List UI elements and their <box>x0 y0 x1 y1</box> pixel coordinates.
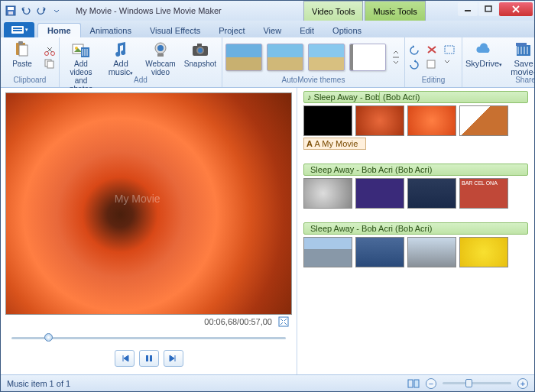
title-bar: My Movie - Windows Live Movie Maker Vide… <box>1 1 534 21</box>
svg-rect-32 <box>146 355 148 361</box>
prev-frame-button[interactable] <box>115 350 135 367</box>
theme-gallery-more-icon[interactable] <box>391 50 401 64</box>
svg-rect-9 <box>19 45 28 56</box>
svg-rect-33 <box>150 355 152 361</box>
photo-video-icon <box>72 40 90 59</box>
svg-rect-26 <box>445 46 454 53</box>
clip-thumb[interactable] <box>303 178 352 209</box>
save-movie-button[interactable]: Save movie▾ <box>505 39 535 76</box>
save-movie-icon <box>514 40 533 59</box>
rotate-right-icon[interactable] <box>408 59 422 71</box>
svg-rect-14 <box>47 61 54 68</box>
view-toggle-icon[interactable] <box>407 379 420 388</box>
clip-thumb[interactable] <box>303 105 352 136</box>
svg-point-23 <box>198 48 203 53</box>
cloud-icon <box>475 40 493 59</box>
svg-rect-34 <box>408 380 413 387</box>
clip-thumb[interactable] <box>459 105 508 136</box>
status-text: Music item 1 of 1 <box>7 379 70 388</box>
tab-animations[interactable]: Animations <box>81 24 141 37</box>
tab-music-tools[interactable]: Music Tools <box>365 1 425 21</box>
preview-monitor[interactable]: My Movie <box>5 92 292 315</box>
copy-icon[interactable] <box>44 58 56 69</box>
svg-rect-24 <box>197 44 202 47</box>
qat-dropdown-icon[interactable] <box>50 4 63 18</box>
workspace: My Movie 00:06,68/00:57,00 ♪ Sleep Away … <box>1 88 534 374</box>
seek-slider[interactable] <box>11 330 286 345</box>
maximize-button[interactable] <box>478 2 498 16</box>
delete-icon[interactable] <box>426 44 439 57</box>
minimize-button[interactable] <box>458 2 478 16</box>
seek-thumb[interactable] <box>44 333 53 342</box>
snapshot-button[interactable]: Snapshot <box>182 39 219 76</box>
playback-controls <box>5 347 292 370</box>
svg-point-12 <box>51 52 55 56</box>
clip-thumb[interactable] <box>407 178 456 209</box>
edit-more-icon[interactable] <box>443 59 457 71</box>
tab-project[interactable]: Project <box>209 24 254 37</box>
ribbon: Paste Clipboard Add videos and photos Ad… <box>1 37 534 88</box>
title-clip[interactable]: A A My Movie <box>303 138 366 150</box>
clip-thumb[interactable] <box>355 237 404 267</box>
tab-visual-effects[interactable]: Visual Effects <box>141 24 209 37</box>
tab-view[interactable]: View <box>254 24 290 37</box>
tab-options[interactable]: Options <box>323 24 371 37</box>
music-icon <box>112 40 130 59</box>
clip-thumb[interactable] <box>355 105 404 136</box>
add-videos-photos-button[interactable]: Add videos and photos <box>63 39 99 76</box>
svg-point-11 <box>45 52 49 56</box>
clip-thumb[interactable] <box>303 237 352 267</box>
theme-thumb[interactable] <box>225 44 262 71</box>
redo-icon[interactable] <box>34 4 48 18</box>
svg-rect-7 <box>13 30 22 31</box>
skydrive-button[interactable]: SkyDrive▾ <box>465 39 502 76</box>
undo-icon[interactable] <box>19 4 33 18</box>
next-frame-button[interactable] <box>164 350 183 367</box>
rotate-left-icon[interactable] <box>408 44 422 57</box>
select-all-icon[interactable] <box>443 44 457 57</box>
close-button[interactable] <box>499 2 533 16</box>
save-icon[interactable] <box>4 4 18 18</box>
zoom-slider[interactable] <box>443 382 511 384</box>
svg-rect-6 <box>13 28 22 29</box>
clip-thumb[interactable] <box>407 237 456 267</box>
tab-video-tools[interactable]: Video Tools <box>303 1 363 21</box>
play-pause-button[interactable] <box>139 350 159 367</box>
cut-icon[interactable] <box>44 46 56 57</box>
zoom-in-button[interactable]: + <box>517 378 528 389</box>
svg-rect-1 <box>8 7 14 10</box>
camera-icon <box>191 40 209 59</box>
ribbon-tabs: ▾ Home Animations Visual Effects Project… <box>1 21 534 37</box>
webcam-video-button[interactable]: Webcam video <box>142 39 179 76</box>
music-track-bar[interactable]: Sleep Away - Bob Acri (Bob Acri) <box>303 222 528 235</box>
storyboard-row: ♪ Sleep Away - Bob Ac (Bob Acri) A A My … <box>303 91 528 150</box>
theme-thumb[interactable] <box>308 44 345 71</box>
storyboard-row: Sleep Away - Bob Acri (Bob Acri) <box>303 222 528 267</box>
tab-home[interactable]: Home <box>37 23 81 37</box>
clip-thumb[interactable] <box>459 237 508 267</box>
theme-thumb[interactable] <box>349 44 386 71</box>
storyboard[interactable]: ♪ Sleep Away - Bob Ac (Bob Acri) A A My … <box>297 88 534 374</box>
clip-thumb[interactable] <box>407 105 456 136</box>
application-menu-button[interactable]: ▾ <box>4 22 34 37</box>
svg-rect-28 <box>517 45 530 56</box>
fullscreen-icon[interactable] <box>278 316 289 327</box>
music-track-bar[interactable]: Sleep Away - Bob Acri (Bob Acri) <box>303 164 528 176</box>
svg-point-19 <box>157 45 164 51</box>
paste-button[interactable]: Paste <box>4 39 41 76</box>
webcam-icon <box>151 40 170 59</box>
edit-icon[interactable] <box>426 59 439 71</box>
clip-thumb[interactable] <box>355 178 404 209</box>
svg-rect-35 <box>414 380 419 387</box>
zoom-thumb[interactable] <box>465 379 472 387</box>
status-bar: Music item 1 of 1 − + <box>1 374 534 391</box>
preview-pane: My Movie 00:06,68/00:57,00 <box>1 88 297 374</box>
zoom-out-button[interactable]: − <box>426 378 436 389</box>
clip-thumb[interactable]: BAR CEL ONA <box>459 178 508 209</box>
title-overlay-text: My Movie <box>115 193 160 205</box>
add-music-button[interactable]: Add music▾ <box>102 39 139 76</box>
music-track-bar[interactable]: ♪ Sleep Away - Bob Ac (Bob Acri) <box>303 91 528 103</box>
timecode-text: 00:06,68/00:57,00 <box>204 317 272 326</box>
theme-thumb[interactable] <box>267 44 303 71</box>
tab-edit[interactable]: Edit <box>290 24 323 37</box>
